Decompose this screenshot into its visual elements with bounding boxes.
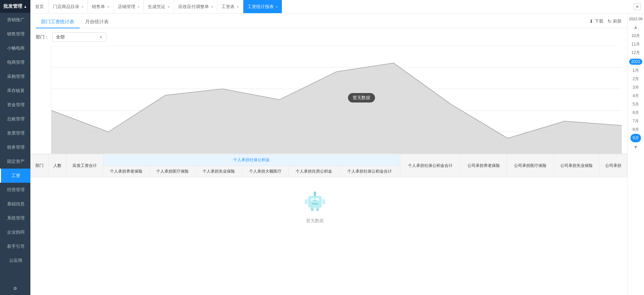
table-row-empty: 暂无数据 [31,177,627,234]
sidebar-title: 批发管理 [3,3,22,9]
sidebar-title-icon: ▲ [24,5,27,8]
chart-container: 暂无数据 [51,46,622,154]
content-area: 部门工资统计表 月份统计表 ⬇ 下载 ↻ 刷新 [30,13,644,295]
date-panel-year-badge[interactable]: 2022 [629,59,642,65]
sidebar-item-xitong[interactable]: 系统管理 [0,211,30,225]
sidebar-item-zijin[interactable]: 资金管理 [0,98,30,112]
sidebar-item-gongzi[interactable]: 工资 [0,169,30,183]
date-panel-month-1[interactable]: 1月 [627,66,644,75]
svg-point-12 [314,191,316,194]
th-gongsi-yiliao: 公司承担医疗保险 [507,154,553,177]
svg-rect-10 [312,203,318,205]
download-button[interactable]: ⬇ 下载 [589,18,603,24]
sidebar: 批发管理 ▲ 营销推广 销售管理 小畅电商 电商管理 采购管理 库存核算 资金管… [0,0,30,295]
date-panel-month-11[interactable]: 11月 [627,40,644,49]
sidebar-item-caigou[interactable]: 采购管理 [0,69,30,84]
tab-close-icon[interactable]: × [107,5,109,9]
sidebar-item-fapiao[interactable]: 发票管理 [0,126,30,140]
date-panel-month-5[interactable]: 5月 [627,100,644,109]
tab-gongzitongji[interactable]: 工资统计报表 × [243,0,282,13]
sidebar-item-xinshou[interactable]: 新手引导 [0,239,30,254]
tab-close-icon[interactable]: × [211,5,213,9]
top-tabs: 首页 门店商品目录 × 销售单 × 店铺管理 × 生成凭证 × 应收应付调整单 … [30,0,644,13]
chart-svg-area [51,46,622,153]
tab-dianguanli[interactable]: 店铺管理 × [114,0,144,13]
svg-rect-7 [308,196,322,208]
tab-dianshangpinmulu[interactable]: 门店商品目录 × [49,0,88,13]
th-geren-daeliao: 个人承担大额医疗 [242,166,288,177]
chevron-down-icon: ▼ [99,35,103,39]
date-panel-month-4[interactable]: 4月 [627,92,644,100]
tab-home[interactable]: 首页 [30,0,49,13]
svg-marker-6 [51,63,622,153]
tab-gongzibiao[interactable]: 工资表 × [217,0,243,13]
date-panel-month-6[interactable]: 6月 [627,109,644,117]
th-geren-heji: 个人承担社保公积金合计 [400,154,461,177]
sidebar-item-dianshangguan[interactable]: 电商管理 [0,55,30,69]
date-panel-nav-down[interactable]: ▼ [631,142,641,152]
refresh-icon: ↻ [608,19,612,24]
sidebar-item-gudingzichan[interactable]: 固定资产 [0,154,30,169]
th-geren-yanglao: 个人承担养老保险 [103,166,149,177]
page-content: 部门工资统计表 月份统计表 ⬇ 下载 ↻ 刷新 [30,13,627,295]
sidebar-item-xiaochangdianshang[interactable]: 小畅电商 [0,41,30,55]
sidebar-item-xiaoshou[interactable]: 销售管理 [0,27,30,41]
th-gongsi-shiye: 公司承担失业保险 [553,154,599,177]
th-geren-heji2: 个人承担社保公积金合计 [340,166,400,177]
chart-tooltip: 暂无数据 [348,93,375,102]
date-panel-month-9-active[interactable]: 9月 [630,134,641,142]
empty-state: 暂无数据 [31,177,600,234]
tab-yingshouyifu[interactable]: 应收应付调整单 × [174,0,217,13]
filter-dept-select[interactable]: 全部 ▼ [52,32,106,42]
date-panel-nav-up[interactable]: ▲ [631,22,641,32]
download-icon: ⬇ [589,19,593,24]
date-panel-month-10[interactable]: 10月 [627,32,644,40]
main-area: 首页 门店商品目录 × 销售单 × 店铺管理 × 生成凭证 × 应收应付调整单 … [30,0,644,295]
date-panel-month-2[interactable]: 2月 [627,75,644,83]
svg-rect-13 [305,199,307,204]
sidebar-item-jingying[interactable]: 经营管理 [0,183,30,197]
date-panel-year-label[interactable]: 2022.09 [628,16,643,22]
sidebar-item-kucun[interactable]: 库存核算 [0,84,30,98]
empty-robot-icon [301,187,328,214]
filter-dept-label: 部门： [36,34,49,40]
th-geren-yiliao: 个人承担医疗保险 [149,166,195,177]
th-geren-zhufang: 个人承担住房公积金 [288,166,339,177]
close-all-icon: ✕ [636,4,639,9]
date-panel-month-8[interactable]: 8月 [627,125,644,134]
filter-dept-value: 全部 [56,34,65,40]
date-panel-month-12[interactable]: 12月 [627,49,644,57]
sidebar-item-jichu[interactable]: 基础信息 [0,197,30,211]
tab-close-icon[interactable]: × [81,5,83,9]
sidebar-header[interactable]: 批发管理 ▲ [0,0,30,13]
date-panel: 2022.09 ▲ 10月 11月 12月 2022 1月 2月 [627,13,644,295]
th-gongzi-heji: 应发工资合计 [66,154,103,177]
tab-close-icon[interactable]: × [137,5,139,9]
svg-rect-15 [311,208,314,211]
tab-xiaoshoudian[interactable]: 销售单 × [88,0,113,13]
tab-close-icon[interactable]: × [276,5,278,9]
sub-tabs: 部门工资统计表 月份统计表 ⬇ 下载 ↻ 刷新 [30,13,627,28]
th-dept: 部门 [31,154,49,177]
sidebar-settings-button[interactable]: ⚙ [0,282,30,295]
tab-shengchengpingzheng[interactable]: 生成凭证 × [144,0,174,13]
sidebar-item-zongzhang[interactable]: 总账管理 [0,112,30,126]
sidebar-item-yunyingyong[interactable]: 云应用 [0,254,30,268]
sub-tabs-actions: ⬇ 下载 ↻ 刷新 [589,18,622,27]
tab-close-icon[interactable]: × [167,5,169,9]
date-panel-month-7[interactable]: 7月 [627,117,644,125]
sidebar-item-yingxiao[interactable]: 营销推广 [0,13,30,27]
tab-yuefen-tongji[interactable]: 月份统计表 [80,17,114,28]
th-gongsi-more: 公司承担 [599,154,627,177]
top-tabs-right: ✕ [630,3,644,10]
refresh-button[interactable]: ↻ 刷新 [608,18,622,24]
data-table: 部门 人数 应发工资合计 个人承担社保公积金 个人承担社保公积金合计 公司承担养… [30,154,627,234]
sidebar-item-qiye[interactable]: 企业协同 [0,225,30,239]
th-group-geren: 个人承担社保公积金 [103,154,400,166]
date-panel-month-3[interactable]: 3月 [627,83,644,92]
tab-bumen-gongzi[interactable]: 部门工资统计表 [36,17,80,28]
close-all-button[interactable]: ✕ [634,3,641,10]
gear-icon: ⚙ [13,286,17,291]
sidebar-item-shuiwu[interactable]: 税务管理 [0,140,30,154]
tab-close-icon[interactable]: × [237,5,239,9]
